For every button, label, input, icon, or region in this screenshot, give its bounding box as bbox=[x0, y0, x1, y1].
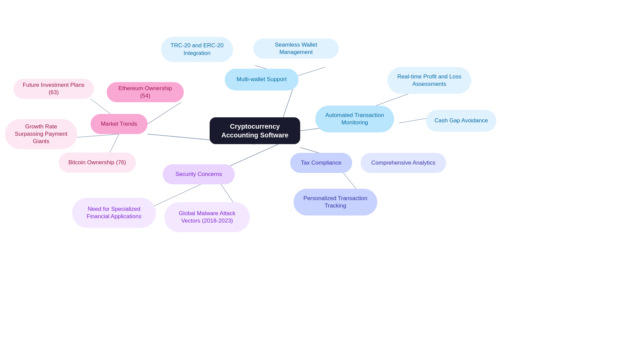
market-trends-node: Market Trends bbox=[91, 114, 148, 134]
security-concerns-node: Security Concerns bbox=[163, 164, 235, 184]
growth-rate-node: Growth Rate Surpassing Payment Giants bbox=[5, 119, 77, 149]
realtime-profit-node: Real-time Profit and Loss Assessments bbox=[387, 67, 471, 94]
personalized-tracking-node: Personalized Transaction Tracking bbox=[293, 189, 377, 216]
tax-compliance-node: Tax Compliance bbox=[290, 153, 352, 173]
svg-line-10 bbox=[293, 67, 325, 77]
comprehensive-analytics-node: Comprehensive Analytics bbox=[361, 153, 446, 173]
trc-erc-node: TRC-20 and ERC-20 Integration bbox=[161, 37, 233, 62]
bitcoin-ownership-node: Bitcoin Ownership (76) bbox=[59, 153, 136, 173]
future-investment-node: Future Investment Plans (63) bbox=[13, 79, 94, 99]
automated-transaction-node: Automated Transaction Monitoring bbox=[315, 106, 394, 132]
global-malware-node: Global Malware Attack Vectors (2018-2023… bbox=[164, 202, 250, 232]
cash-gap-node: Cash Gap Avoidance bbox=[426, 110, 496, 132]
multi-wallet-node: Multi-wallet Support bbox=[225, 69, 299, 90]
svg-line-5 bbox=[148, 102, 181, 124]
seamless-wallet-node: Seamless Wallet Management bbox=[253, 39, 339, 59]
need-specialized-node: Need for Specialized Financial Applicati… bbox=[72, 198, 156, 228]
center-node: Cryptocurrency Accounting Software bbox=[210, 117, 300, 144]
ethereum-ownership-node: Ethereum Ownership (54) bbox=[107, 82, 184, 102]
